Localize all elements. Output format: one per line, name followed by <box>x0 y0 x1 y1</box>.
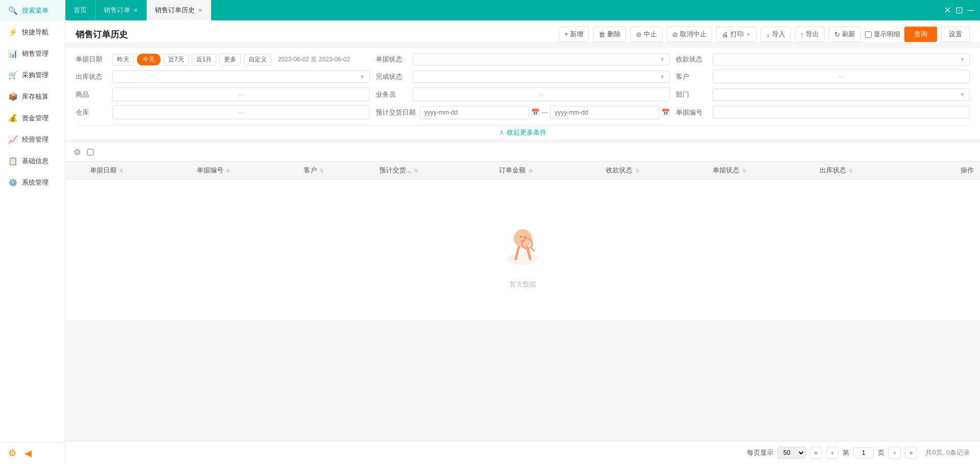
chevron-down-icon: ▼ <box>960 92 965 98</box>
complete-status-control: ▼ <box>413 71 670 83</box>
topbar-close-icon[interactable]: ✕ <box>944 5 951 16</box>
page-number-input[interactable] <box>853 447 874 458</box>
prev-page-button[interactable]: ‹ <box>826 447 838 459</box>
sidebar-item-label: 系统管理 <box>22 178 49 187</box>
customer-picker[interactable]: ··· <box>713 70 970 83</box>
capital-mgmt-icon: 💰 <box>8 114 18 123</box>
last-page-button[interactable]: » <box>905 447 917 459</box>
sidebar-item-base-info[interactable]: 📋 基础信息 <box>0 150 65 172</box>
topbar: 首页 销售订单 ✕ 销售订单历史 ✕ ✕ ⊡ ─ <box>65 0 980 20</box>
th-warehouse-status[interactable]: 出库状态 ⇅ <box>813 162 920 180</box>
delete-label: 删除 <box>607 30 621 39</box>
bill-status-label: 单据状态 <box>376 55 408 64</box>
goods-picker[interactable]: ··· <box>112 87 370 101</box>
bill-status-control: ▼ <box>413 53 670 65</box>
content: 销售订单历史 + 新增 🗑 删除 ⊘ 中止 ⊘ 取消中止 <box>65 20 980 441</box>
cancel-stop-button[interactable]: ⊘ 取消中止 <box>667 27 712 42</box>
sidebar-settings-icon[interactable]: ⚙ <box>8 448 16 459</box>
pagination: 每页显示 50 10 20 100 « ‹ 第 页 › » 共0页, 0条记录 <box>65 441 980 464</box>
sidebar-item-sales-mgmt[interactable]: 📊 销售管理 <box>0 43 65 64</box>
sort-amount-icon: ⇅ <box>529 168 533 173</box>
th-no-label: 单据编号 <box>197 166 223 174</box>
goods-label: 商品 <box>76 90 108 99</box>
topbar-minimize-icon[interactable]: ─ <box>967 5 974 16</box>
tab-sales-order-history[interactable]: 销售订单历史 ✕ <box>147 0 211 20</box>
page-title: 销售订单历史 <box>76 29 128 40</box>
date-btn-custom[interactable]: 自定义 <box>244 54 271 65</box>
sort-date-icon: ⇅ <box>119 168 123 173</box>
quick-nav-icon: ⚡ <box>8 28 18 37</box>
complete-status-select[interactable]: ▼ <box>413 71 670 83</box>
new-button[interactable]: + 新增 <box>559 27 589 42</box>
show-detail-checkbox-label[interactable]: 显示明细 <box>865 30 900 39</box>
import-label: 导入 <box>772 30 785 39</box>
th-customer[interactable]: 客户 ⇅ <box>298 162 373 180</box>
th-no[interactable]: 单据编号 ⇅ <box>191 162 298 180</box>
tab-sales-order[interactable]: 销售订单 ✕ <box>96 0 147 20</box>
inventory-icon: 📦 <box>8 92 18 101</box>
stop-button[interactable]: ⊘ 中止 <box>630 27 663 42</box>
refresh-button[interactable]: ↻ 刷新 <box>829 27 861 42</box>
sidebar-item-capital-mgmt[interactable]: 💰 资金管理 <box>0 107 65 129</box>
sidebar-item-ops-mgmt[interactable]: 📈 经营管理 <box>0 129 65 150</box>
th-expected-date[interactable]: 预计交货... ⇅ <box>373 162 493 180</box>
delete-button[interactable]: 🗑 删除 <box>593 27 626 42</box>
order-no-input[interactable] <box>713 106 970 119</box>
export-button[interactable]: ↑ 导出 <box>795 27 825 42</box>
warehouse-status-select[interactable]: ▼ <box>112 71 370 83</box>
page-size-select[interactable]: 50 10 20 100 <box>778 447 806 459</box>
sidebar-collapse-icon[interactable]: ◀ <box>25 448 32 459</box>
date-btn-today[interactable]: 今天 <box>137 54 161 65</box>
sidebar-item-sys-mgmt[interactable]: ⚙️ 系统管理 <box>0 172 65 193</box>
select-all-checkbox[interactable] <box>87 149 94 156</box>
th-warehouse-status-label: 出库状态 <box>819 166 846 174</box>
th-amount[interactable]: 订单金额 ⇅ <box>493 162 600 180</box>
th-date[interactable]: 单据日期 ⇅ <box>84 162 191 180</box>
svg-point-4 <box>520 236 522 238</box>
sidebar-item-label: 快捷导航 <box>22 28 49 37</box>
date-btn-7days[interactable]: 近7天 <box>164 54 189 65</box>
table-area: ⚙ 单据日期 ⇅ 单据编号 ⇅ <box>65 143 980 320</box>
warehouse-picker[interactable]: ··· <box>112 105 370 119</box>
sidebar-item-label: 采购管理 <box>22 71 49 80</box>
th-receipt-status[interactable]: 收款状态 ⇅ <box>600 162 706 180</box>
expected-date-start[interactable] <box>420 106 529 119</box>
export-label: 导出 <box>806 30 819 39</box>
show-detail-checkbox[interactable] <box>865 31 872 38</box>
sidebar-item-search-menu[interactable]: 🔍 搜索菜单 <box>0 0 65 21</box>
close-icon[interactable]: ✕ <box>133 7 138 14</box>
bill-status-select[interactable]: ▼ <box>413 53 670 65</box>
settings-button[interactable]: 设置 <box>941 27 970 42</box>
next-page-button[interactable]: › <box>888 447 901 459</box>
sidebar-item-purchase-mgmt[interactable]: 🛒 采购管理 <box>0 64 65 86</box>
receipt-status-control: ▼ <box>713 53 970 65</box>
collapse-bar[interactable]: ∧ 收起更多条件 <box>76 125 970 139</box>
chevron-down-icon: ▼ <box>960 56 965 62</box>
sidebar-item-label: 资金管理 <box>22 114 49 123</box>
tab-home[interactable]: 首页 <box>65 0 96 20</box>
close-icon[interactable]: ✕ <box>198 7 202 14</box>
salesperson-picker[interactable]: ··· <box>413 87 670 101</box>
receipt-status-select[interactable]: ▼ <box>713 53 970 65</box>
print-button[interactable]: 🖨 打印 ▼ <box>716 27 757 42</box>
query-button[interactable]: 查询 <box>904 27 937 42</box>
tab-label: 首页 <box>74 6 87 15</box>
date-btn-1month[interactable]: 近1月 <box>192 54 217 65</box>
filter-dept: 部门 ▼ <box>676 87 970 101</box>
topbar-restore-icon[interactable]: ⊡ <box>955 5 963 16</box>
expected-date-end[interactable] <box>550 106 659 119</box>
first-page-button[interactable]: « <box>810 447 822 459</box>
chevron-down-icon: ▼ <box>659 74 665 80</box>
sidebar-item-inventory[interactable]: 📦 库存核算 <box>0 86 65 107</box>
th-bill-status[interactable]: 单据状态 ⇅ <box>706 162 813 180</box>
sidebar-item-quick-nav[interactable]: ⚡ 快捷导航 <box>0 21 65 43</box>
customer-control: ··· <box>713 70 970 83</box>
import-button[interactable]: ↓ 导入 <box>761 27 791 42</box>
date-filter-control: 昨天 今天 近7天 近1月 更多 自定义 2023-06-02 至 2023-0… <box>112 54 370 65</box>
table-settings-icon[interactable]: ⚙ <box>74 147 81 157</box>
date-btn-more[interactable]: 更多 <box>219 54 241 65</box>
filter-customer: 客户 ··· <box>676 70 970 83</box>
dept-select[interactable]: ▼ <box>713 89 970 101</box>
sidebar: 🔍 搜索菜单 ⚡ 快捷导航 📊 销售管理 🛒 采购管理 📦 库存核算 💰 资金管… <box>0 0 65 464</box>
date-btn-yesterday[interactable]: 昨天 <box>112 54 134 65</box>
